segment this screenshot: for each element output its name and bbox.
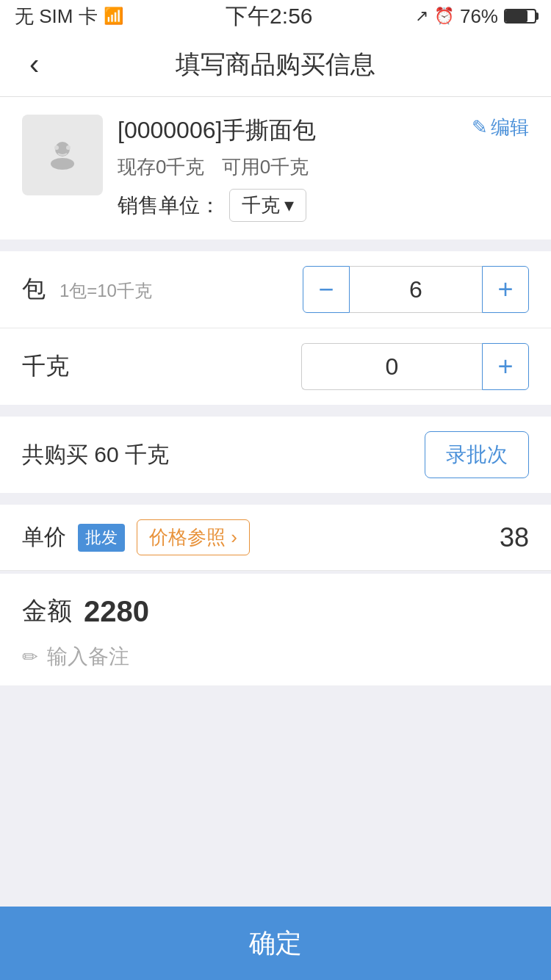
- back-button[interactable]: ‹: [22, 40, 46, 88]
- unit-select[interactable]: 千克 ▾: [229, 189, 306, 222]
- kg-quantity-input[interactable]: [301, 343, 482, 390]
- product-name: [0000006]手撕面包: [118, 115, 316, 147]
- page-title: 填写商品购买信息: [176, 48, 375, 82]
- bag-quantity-input[interactable]: [350, 266, 482, 313]
- product-stock: 现存0千克 可用0千克: [118, 154, 529, 180]
- status-time: 下午2:56: [226, 1, 312, 32]
- status-carrier: 无 SIM 卡 📶: [15, 4, 123, 29]
- location-icon: ↗: [415, 7, 428, 26]
- kg-input-row: 千克 +: [0, 328, 551, 405]
- unit-value: 千克: [242, 192, 280, 218]
- alarm-icon: ⏰: [434, 7, 454, 26]
- nav-bar: ‹ 填写商品购买信息: [0, 32, 551, 97]
- battery-fill: [505, 10, 527, 22]
- kg-label-text: 千克: [22, 353, 69, 379]
- wifi-icon: 📶: [104, 7, 123, 26]
- kg-increment-button[interactable]: +: [482, 343, 529, 390]
- bag-decrement-button[interactable]: −: [303, 266, 350, 313]
- amount-value: 2280: [84, 595, 149, 628]
- edit-button[interactable]: ✎ 编辑: [472, 115, 529, 140]
- price-label: 单价: [22, 522, 66, 552]
- status-bar: 无 SIM 卡 📶 下午2:56 ↗ ⏰ 76%: [0, 0, 551, 32]
- price-section: 单价 批发 价格参照 › 38: [0, 505, 551, 571]
- record-batch-button[interactable]: 录批次: [425, 431, 529, 478]
- bag-hint: 1包=10千克: [60, 281, 152, 300]
- amount-label: 金额: [22, 594, 72, 628]
- bag-label: 包 1包=10千克: [22, 273, 303, 306]
- kg-label: 千克: [22, 350, 301, 383]
- svg-point-2: [54, 145, 59, 150]
- unit-label: 销售单位：: [118, 192, 220, 220]
- remark-placeholder: 输入备注: [47, 643, 129, 671]
- carrier-text: 无 SIM 卡: [15, 4, 98, 29]
- battery-indicator: [504, 9, 536, 24]
- product-card: [0000006]手撕面包 ✎ 编辑 现存0千克 可用0千克 销售单位： 千克 …: [0, 97, 551, 239]
- status-right: ↗ ⏰ 76%: [415, 5, 536, 28]
- remark-row[interactable]: ✏ 输入备注: [22, 643, 529, 671]
- stock-text: 现存0千克: [118, 156, 204, 178]
- edit-label: 编辑: [491, 115, 529, 140]
- product-thumbnail: [22, 115, 103, 195]
- price-reference-button[interactable]: 价格参照 ›: [137, 519, 250, 555]
- available-text: 可用0千克: [222, 156, 309, 178]
- kg-qty-control: +: [301, 343, 529, 390]
- product-info: [0000006]手撕面包 ✎ 编辑 现存0千克 可用0千克 销售单位： 千克 …: [118, 115, 529, 222]
- price-type-tag: 批发: [78, 524, 125, 552]
- bag-increment-button[interactable]: +: [482, 266, 529, 313]
- total-section: 共购买 60 千克 录批次: [0, 417, 551, 493]
- battery-text: 76%: [460, 5, 498, 28]
- remark-pencil-icon: ✏: [22, 646, 38, 669]
- bag-qty-control: − +: [303, 266, 529, 313]
- price-value: 38: [500, 522, 529, 553]
- product-image-icon: [40, 133, 84, 177]
- confirm-button[interactable]: 确定: [0, 907, 551, 980]
- bag-input-row: 包 1包=10千克 − +: [0, 251, 551, 328]
- product-unit-row: 销售单位： 千克 ▾: [118, 189, 529, 222]
- quantity-section: 包 1包=10千克 − + 千克 +: [0, 251, 551, 405]
- bag-label-text: 包: [22, 275, 46, 302]
- gray-spacer: [0, 697, 551, 903]
- total-text: 共购买 60 千克: [22, 440, 169, 470]
- svg-point-3: [66, 145, 71, 150]
- amount-row: 金额 2280: [22, 594, 529, 628]
- edit-icon: ✎: [472, 116, 488, 139]
- unit-dropdown-icon: ▾: [284, 194, 294, 217]
- amount-section: 金额 2280 ✏ 输入备注: [0, 574, 551, 685]
- svg-point-1: [51, 158, 74, 170]
